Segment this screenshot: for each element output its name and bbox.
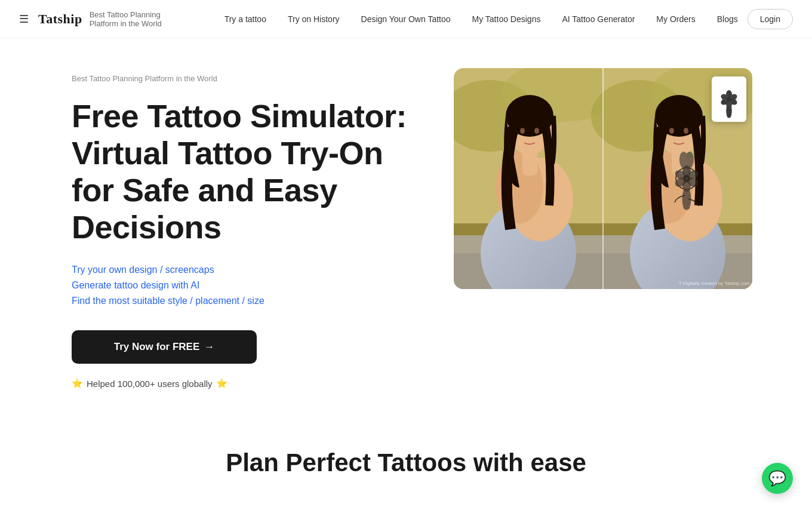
social-proof-text: Helped 100,000+ users globally <box>87 379 213 389</box>
chat-widget[interactable]: 💬 <box>762 463 793 494</box>
logo-tagline: Best Tattoo Planning Platform in the Wor… <box>90 10 191 28</box>
nav-design-own[interactable]: Design Your Own Tattoo <box>352 10 460 29</box>
star-icon-right: ⭐ <box>216 378 227 389</box>
svg-point-27 <box>684 128 688 134</box>
hero-right: T Digitally created by Tatship.com <box>454 62 793 289</box>
main-content: Best Tattoo Planning Platform in the Wor… <box>0 38 812 425</box>
bottom-teaser-title: Plan Perfect Tattoos with ease <box>226 449 586 477</box>
main-nav: Try a tattoo Try on History Design Your … <box>215 10 748 29</box>
nav-try-history[interactable]: Try on History <box>278 10 349 29</box>
breadcrumb: Best Tattoo Planning Platform in the Wor… <box>72 74 418 83</box>
menu-icon[interactable]: ☰ <box>19 13 29 26</box>
cta-button[interactable]: Try Now for FREE → <box>72 330 257 364</box>
svg-point-12 <box>520 128 525 134</box>
hero-left: Best Tattoo Planning Platform in the Wor… <box>72 62 418 389</box>
social-proof: ⭐ Helped 100,000+ users globally ⭐ <box>72 378 418 389</box>
svg-text:T  Digitally created by Tatshi: T Digitally created by Tatship.com <box>679 281 751 286</box>
svg-point-13 <box>534 128 539 134</box>
logo-text: Tatship <box>38 11 82 27</box>
feature-item-3: Find the most suitable style / placement… <box>72 296 418 306</box>
hero-image-container: T Digitally created by Tatship.com <box>454 68 752 289</box>
hero-image-svg: T Digitally created by Tatship.com <box>454 68 752 289</box>
svg-point-44 <box>727 97 731 102</box>
header: ☰ Tatship Best Tattoo Planning Platform … <box>0 0 812 38</box>
cta-arrow-icon: → <box>204 341 214 353</box>
feature-item-2: Generate tattoo design with AI <box>72 280 418 291</box>
cta-label: Try Now for FREE <box>114 341 200 353</box>
nav-ai-generator[interactable]: AI Tattoo Generator <box>552 10 644 29</box>
nav-my-designs[interactable]: My Tattoo Designs <box>463 10 550 29</box>
bottom-teaser: Plan Perfect Tattoos with ease <box>0 425 812 489</box>
nav-blogs[interactable]: Blogs <box>708 10 748 29</box>
login-button[interactable]: Login <box>748 9 793 29</box>
svg-point-26 <box>669 128 674 134</box>
svg-point-35 <box>683 175 690 182</box>
nav-try-tattoo[interactable]: Try a tattoo <box>215 10 276 29</box>
nav-my-orders[interactable]: My Orders <box>647 10 705 29</box>
feature-item-1: Try your own design / screencaps <box>72 265 418 275</box>
chat-icon: 💬 <box>768 470 786 487</box>
logo[interactable]: Tatship Best Tattoo Planning Platform in… <box>38 10 191 28</box>
hero-title: Free Tattoo Simulator: Virtual Tattoo Tr… <box>72 97 418 245</box>
header-actions: Login <box>748 9 793 29</box>
feature-list: Try your own design / screencaps Generat… <box>72 265 418 306</box>
star-icon-left: ⭐ <box>72 378 83 389</box>
